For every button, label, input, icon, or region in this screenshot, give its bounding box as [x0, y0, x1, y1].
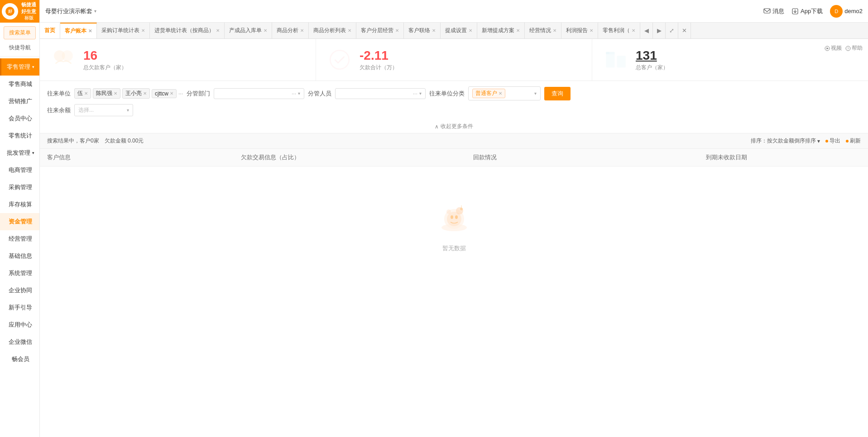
tab-retail-profit[interactable]: 零售利润（ ✕ — [598, 23, 640, 39]
dept-select[interactable]: ··· ▾ — [214, 88, 304, 99]
app-download-button[interactable]: App下载 — [791, 7, 823, 15]
tab-customer-account[interactable]: 客户账本 ✕ — [60, 23, 97, 39]
help-button[interactable]: ? 帮助 — [845, 44, 863, 52]
tab-nav-prev[interactable]: ◀ — [640, 23, 653, 39]
category-select[interactable]: 普通客户 ✕ ▾ — [468, 86, 541, 100]
chevron-down-icon: ▾ — [419, 91, 422, 96]
sidebar-item-wechat[interactable]: 企业微信 — [0, 333, 39, 351]
tag-close-icon[interactable]: ✕ — [499, 91, 502, 96]
sidebar-item-marketing[interactable]: 营销推广 — [0, 93, 39, 110]
export-button[interactable]: 导出 — [825, 137, 840, 145]
tab-product-analysis[interactable]: 商品分析 ✕ — [272, 23, 309, 39]
topbar-right: 消息 App下载 D demo2 — [763, 5, 863, 18]
tab-close-icon[interactable]: ✕ — [469, 28, 472, 33]
tab-new-commission[interactable]: 新增提成方案 ✕ — [477, 23, 525, 39]
sidebar: 好 畅捷通好生意 标版 搜索菜单 快捷导航 零售管理 ▾ 零售商城 营销推广 会… — [0, 0, 40, 437]
sidebar-item-purchase[interactable]: 采购管理 — [0, 179, 39, 196]
logo-icon: 好 — [2, 3, 18, 19]
sidebar-item-operations[interactable]: 经营管理 — [0, 230, 39, 247]
topbar-left: 母婴行业演示帐套 ▾ — [45, 7, 96, 15]
th-debt: 欠款交易信息（占比） — [241, 153, 473, 162]
person-filter-label: 分管人员 — [308, 90, 331, 98]
tab-purchase-order[interactable]: 采购订单统计表 ✕ — [97, 23, 150, 39]
tab-close-icon[interactable]: ✕ — [216, 28, 220, 33]
sidebar-item-system[interactable]: 系统管理 — [0, 265, 39, 282]
tag-close-icon[interactable]: ✕ — [170, 91, 173, 96]
tab-close-icon[interactable]: ✕ — [300, 28, 304, 33]
tab-customer-tier[interactable]: 客户分层经营 ✕ — [356, 23, 404, 39]
unit-tag-4: cjttcw ✕ — [152, 89, 177, 98]
sidebar-item-retail[interactable]: 零售管理 ▾ — [0, 58, 39, 76]
tag-close-icon[interactable]: ✕ — [84, 91, 88, 96]
sidebar-item-basic-info[interactable]: 基础信息 — [0, 247, 39, 265]
total-value: 131 — [636, 48, 668, 63]
th-customer: 客户信息 — [47, 153, 241, 162]
summary-card-debt: -2.11 欠款合计（万） — [316, 39, 592, 81]
tab-close-icon[interactable]: ✕ — [88, 28, 92, 33]
sidebar-item-member[interactable]: 畅会员 — [0, 351, 39, 368]
more-tags-button[interactable]: ··· — [178, 90, 183, 97]
sidebar-item-retail-stats[interactable]: 零售统计 — [0, 127, 39, 144]
balance-select[interactable]: 选择... ▾ — [74, 104, 133, 116]
th-repay: 回款情况 — [473, 153, 705, 162]
query-button[interactable]: 查询 — [544, 87, 571, 100]
sidebar-item-app-center[interactable]: 应用中心 — [0, 316, 39, 333]
result-bar: 搜索结果中，客户0家 欠款金额 0.00元 排序：按欠款金额倒序排序 ▾ 导出 … — [40, 133, 868, 149]
tag-close-icon[interactable]: ✕ — [143, 91, 147, 96]
tag-close-icon[interactable]: ✕ — [114, 91, 117, 96]
sidebar-item-wholesale[interactable]: 批发管理 ▾ — [0, 144, 39, 162]
tab-close-icon[interactable]: ✕ — [264, 28, 267, 33]
svg-point-7 — [330, 50, 349, 69]
person-select[interactable]: ··· ▾ — [335, 88, 426, 99]
tab-close-icon[interactable]: ✕ — [516, 28, 520, 33]
dept-filter-label: 分管部门 — [187, 90, 210, 98]
tab-product-analysis-list[interactable]: 商品分析列表 ✕ — [309, 23, 356, 39]
account-selector[interactable]: 母婴行业演示帐套 ▾ — [45, 7, 96, 15]
debt-label: 欠款合计（万） — [360, 64, 398, 71]
sort-button[interactable]: 排序：按欠款金额倒序排序 ▾ — [751, 137, 820, 145]
dot-icon — [825, 140, 828, 142]
sidebar-item-inventory[interactable]: 库存核算 — [0, 196, 39, 213]
filter-row-2: 往来余额 选择... ▾ — [47, 104, 861, 116]
tab-home[interactable]: 首页 — [40, 23, 60, 39]
unit-filter-label: 往来单位 — [47, 90, 71, 98]
refresh-button[interactable]: 刷新 — [846, 137, 861, 145]
main-area: 母婴行业演示帐套 ▾ 消息 App下载 D demo2 首页 客户账本 — [40, 0, 868, 437]
chevron-down-icon: ▾ — [94, 9, 96, 14]
collapse-filters-button[interactable]: ∧ 收起更多条件 — [47, 120, 861, 133]
tab-nav-next[interactable]: ▶ — [653, 23, 666, 39]
quick-nav-button[interactable]: 快捷导航 — [0, 41, 39, 54]
tab-close-icon[interactable]: ✕ — [432, 28, 436, 33]
sidebar-item-enterprise[interactable]: 企业协同 — [0, 282, 39, 299]
tab-close-icon[interactable]: ✕ — [590, 28, 593, 33]
total-icon — [603, 47, 628, 72]
video-button[interactable]: 视频 — [825, 44, 842, 52]
sidebar-item-member-center[interactable]: 会员中心 — [0, 110, 39, 127]
tab-incoming-stats[interactable]: 进货单统计表（按商品） ✕ — [150, 23, 225, 39]
tab-customer-contact[interactable]: 客户联络 ✕ — [404, 23, 441, 39]
sidebar-item-ecommerce[interactable]: 电商管理 — [0, 162, 39, 179]
topbar: 母婴行业演示帐套 ▾ 消息 App下载 D demo2 — [40, 0, 868, 23]
svg-text:好: 好 — [8, 9, 13, 14]
search-menu-button[interactable]: 搜索菜单 — [4, 26, 36, 39]
tab-close-all[interactable]: ✕ — [678, 23, 691, 39]
tab-close-icon[interactable]: ✕ — [141, 28, 145, 33]
tab-maximize[interactable]: ⤢ — [666, 23, 678, 39]
tab-product-inbound[interactable]: 产成品入库单 ✕ — [225, 23, 272, 39]
tab-close-icon[interactable]: ✕ — [395, 28, 399, 33]
tab-profit-report[interactable]: 利润报告 ✕ — [561, 23, 598, 39]
tab-commission-setting[interactable]: 提成设置 ✕ — [441, 23, 477, 39]
sidebar-item-retail-mall[interactable]: 零售商城 — [0, 76, 39, 93]
select-dots-icon[interactable]: ··· — [292, 90, 296, 97]
messages-button[interactable]: 消息 — [763, 7, 784, 15]
total-label: 总客户（家） — [636, 64, 668, 71]
tab-close-icon[interactable]: ✕ — [348, 28, 351, 33]
tab-close-icon[interactable]: ✕ — [553, 28, 556, 33]
dot-icon — [846, 140, 849, 142]
sidebar-item-finance[interactable]: 资金管理 — [0, 213, 39, 230]
select-dots-icon[interactable]: ··· — [413, 90, 417, 97]
user-profile[interactable]: D demo2 — [830, 5, 863, 18]
tab-close-icon[interactable]: ✕ — [632, 28, 635, 33]
sidebar-item-newbie[interactable]: 新手引导 — [0, 299, 39, 316]
tab-operations[interactable]: 经营情况 ✕ — [525, 23, 561, 39]
